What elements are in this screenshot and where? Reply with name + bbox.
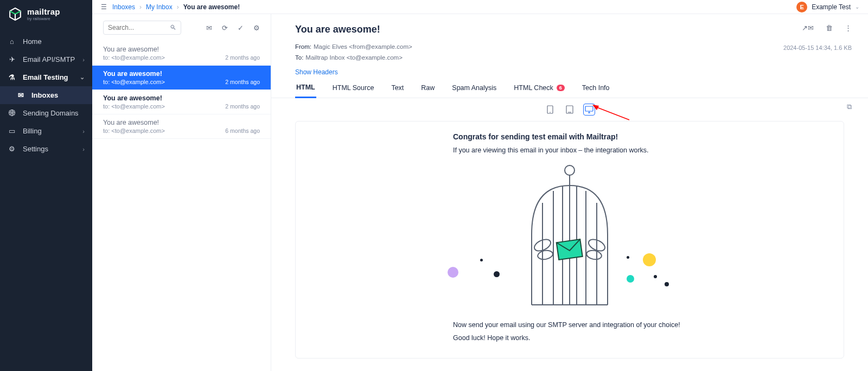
tab-html-source[interactable]: HTML Source — [331, 84, 375, 98]
message-subject: You are awesome! — [103, 70, 260, 78]
gear-icon[interactable]: ⚙ — [253, 24, 260, 32]
forward-icon[interactable]: ↗✉ — [802, 24, 814, 32]
sidebar-item-label: Billing — [23, 127, 42, 135]
main-area: ☰ Inboxes › My Inbox › You are awesome! … — [92, 0, 868, 371]
sidebar-nav: ⌂ Home ✈ Email API/SMTP › ⚗ Email Testin… — [0, 28, 92, 158]
sidebar-item-email-testing[interactable]: ⚗ Email Testing ⌄ — [0, 68, 92, 86]
svg-line-7 — [596, 107, 629, 120]
email-paragraph: Good luck! Hope it works. — [453, 334, 686, 342]
device-mobile-button[interactable] — [544, 104, 556, 116]
decoration-dot — [665, 282, 669, 286]
card-icon: ▭ — [8, 127, 16, 135]
user-menu[interactable]: E Example Test ⌄ — [796, 2, 859, 12]
topbar: ☰ Inboxes › My Inbox › You are awesome! … — [92, 0, 868, 14]
brand-name: mailtrap — [27, 8, 60, 16]
preview-toolbar: ⧉ — [271, 98, 868, 121]
sidebar-item-home[interactable]: ⌂ Home — [0, 33, 92, 50]
inbox-icon: ✉ — [16, 91, 25, 99]
device-tablet-button[interactable] — [564, 104, 576, 116]
message-time: 2 months ago — [225, 103, 260, 110]
message-subject: You are awesome! — [103, 46, 260, 53]
breadcrumb-parent[interactable]: My Inbox — [146, 3, 173, 11]
brand-byline: by railsware — [27, 17, 60, 21]
send-icon: ✈ — [8, 55, 16, 63]
decoration-dot — [643, 253, 656, 266]
detail-tabs: HTML HTML Source Text Raw Spam Analysis … — [271, 84, 868, 98]
birdcage-icon — [524, 164, 616, 310]
tab-html[interactable]: HTML — [295, 84, 316, 98]
message-list-pane: 🔍︎ ✉ ⟳ ✓ ⚙ You are awesome! to: <to@exam… — [92, 14, 271, 371]
flask-icon: ⚗ — [8, 73, 16, 81]
decoration-dot — [627, 275, 634, 283]
annotation-arrow-icon — [592, 105, 630, 121]
chevron-down-icon: ⌄ — [855, 4, 859, 10]
gear-icon: ⚙ — [8, 145, 16, 153]
email-paragraph: Now send your email using our SMTP serve… — [453, 321, 686, 329]
breadcrumb: Inboxes › My Inbox › You are awesome! — [112, 3, 240, 11]
message-subject: You are awesome! — [103, 119, 260, 126]
sidebar-item-label: Settings — [23, 145, 48, 153]
decoration-dot — [480, 259, 483, 261]
tab-raw[interactable]: Raw — [420, 84, 436, 98]
detail-timestamp: 2024-05-15 14:34, 1.6 KB — [783, 44, 852, 51]
menu-toggle-icon[interactable]: ☰ — [101, 3, 107, 11]
sidebar-item-email-api[interactable]: ✈ Email API/SMTP › — [0, 50, 92, 68]
message-item[interactable]: You are awesome! to: <to@example.com> 2 … — [92, 41, 271, 66]
page-title: You are awesome! — [295, 24, 844, 35]
list-toolbar: 🔍︎ ✉ ⟳ ✓ ⚙ — [92, 14, 271, 41]
search-input[interactable] — [108, 24, 176, 31]
sidebar-item-settings[interactable]: ⚙ Settings › — [0, 140, 92, 158]
svg-rect-23 — [557, 239, 583, 260]
svg-point-1 — [550, 112, 551, 113]
sidebar-item-billing[interactable]: ▭ Billing › — [0, 122, 92, 140]
html-check-badge: 6 — [557, 85, 565, 91]
logo-icon — [8, 7, 23, 22]
trash-icon[interactable]: 🗑 — [826, 24, 833, 32]
breadcrumb-current: You are awesome! — [183, 3, 240, 11]
message-list: You are awesome! to: <to@example.com> 2 … — [92, 41, 271, 139]
globe-icon: 🌐︎ — [8, 109, 16, 117]
sidebar-subitem-inboxes[interactable]: ✉ Inboxes — [0, 86, 92, 104]
message-item[interactable]: You are awesome! to: <to@example.com> 6 … — [92, 114, 271, 139]
from-label: From: — [295, 43, 311, 50]
show-headers-link[interactable]: Show Headers — [295, 68, 338, 76]
sidebar: mailtrap by railsware ⌂ Home ✈ Email API… — [0, 0, 92, 371]
detail-meta: From:Magic Elves <from@example.com> To:M… — [295, 42, 844, 63]
chevron-right-icon: › — [82, 146, 85, 152]
email-heading: Congrats for sending test email with Mai… — [453, 132, 686, 141]
brand-logo[interactable]: mailtrap by railsware — [0, 0, 92, 28]
from-value: Magic Elves <from@example.com> — [314, 43, 412, 50]
refresh-icon[interactable]: ⟳ — [222, 24, 228, 32]
detail-actions: ↗✉ 🗑 ⋮ — [802, 24, 852, 32]
email-paragraph: If you are viewing this email in your in… — [453, 146, 686, 154]
tab-html-check[interactable]: HTML Check6 — [513, 84, 565, 98]
message-item[interactable]: You are awesome! to: <to@example.com> 2 … — [92, 66, 271, 90]
breadcrumb-sep: › — [177, 3, 179, 11]
decoration-dot — [627, 256, 629, 259]
detail-header: You are awesome! ↗✉ 🗑 ⋮ From:Magic Elves… — [271, 14, 868, 76]
sidebar-item-sending-domains[interactable]: 🌐︎ Sending Domains — [0, 104, 92, 122]
user-name: Example Test — [812, 3, 851, 11]
tab-text[interactable]: Text — [390, 84, 405, 98]
tab-tech-info[interactable]: Tech Info — [581, 84, 611, 98]
popout-icon[interactable]: ⧉ — [847, 103, 852, 111]
breadcrumb-sep: › — [139, 3, 142, 11]
message-item[interactable]: You are awesome! to: <to@example.com> 2 … — [92, 90, 271, 114]
message-time: 2 months ago — [225, 79, 260, 85]
message-time: 6 months ago — [225, 127, 260, 134]
more-icon[interactable]: ⋮ — [845, 24, 852, 32]
sidebar-item-label: Sending Domains — [23, 109, 79, 117]
mark-read-icon[interactable]: ✓ — [238, 24, 244, 32]
mail-icon[interactable]: ✉ — [206, 24, 212, 32]
to-label: To: — [295, 54, 303, 61]
search-input-wrap[interactable]: 🔍︎ — [103, 21, 181, 35]
email-preview-frame: Congrats for sending test email with Mai… — [295, 121, 844, 359]
breadcrumb-root[interactable]: Inboxes — [112, 3, 135, 11]
decoration-dot — [448, 267, 458, 278]
chevron-right-icon: › — [82, 56, 85, 63]
device-desktop-button[interactable] — [583, 104, 595, 116]
tab-spam[interactable]: Spam Analysis — [451, 84, 497, 98]
sidebar-item-label: Home — [23, 37, 42, 46]
sidebar-item-label: Email API/SMTP — [23, 55, 75, 63]
decoration-dot — [654, 275, 657, 278]
